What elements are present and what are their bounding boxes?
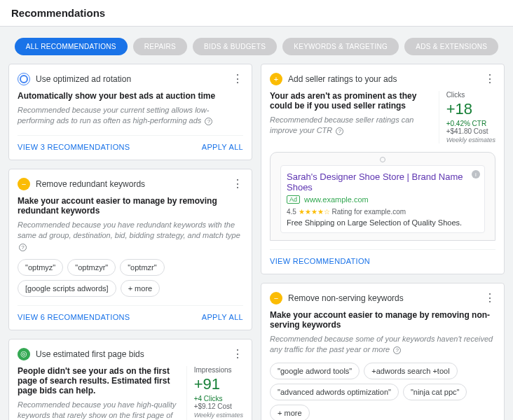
reason: Recommended because some of your keyword… xyxy=(270,334,495,356)
chip[interactable]: "optmyz" xyxy=(18,259,63,276)
card-title: Remove redundant keywords xyxy=(36,179,145,189)
stat-sub: +0.42% CTR xyxy=(446,120,495,127)
chip[interactable]: "advanced adwords optimization" xyxy=(270,384,399,400)
minus-icon: − xyxy=(270,292,282,304)
ad-url: www.example.com xyxy=(304,195,369,204)
chip-more[interactable]: + more xyxy=(121,280,160,297)
headline: People didn't see your ads on the first … xyxy=(18,366,178,396)
keyword-chips: "optmyz" "optmzyr" "optmzr" [google scri… xyxy=(18,259,243,297)
card-firstpage: ◎ Use estimated first page bids ⋮ People… xyxy=(8,339,252,420)
keyword-chips: "google adword tools" +adwords search +t… xyxy=(270,363,495,420)
stat-sub2: +$41.80 Cost xyxy=(446,127,495,135)
stat-note: Weekly estimates xyxy=(446,136,495,144)
reason: Recommended because your current setting… xyxy=(18,105,243,127)
stat-block: Impressions +91 +4 Clicks +$9.12 Cost We… xyxy=(186,366,243,420)
tab-all[interactable]: ALL RECOMMENDATIONS xyxy=(15,38,128,55)
info-icon[interactable]: i xyxy=(472,170,480,178)
cards-grid: Use optimized ad rotation ⋮ Automaticall… xyxy=(0,64,513,420)
ad-rating: 4.5 ★★★★☆ Rating for example.com xyxy=(287,208,479,216)
stat-value: +18 xyxy=(446,100,495,118)
reason: Recommended because seller ratings can i… xyxy=(270,115,430,136)
stars-icon: ★★★★☆ xyxy=(299,208,330,216)
stat-sub2: +$9.12 Cost xyxy=(194,402,243,410)
more-icon[interactable]: ⋮ xyxy=(232,178,243,190)
stat-label: Clicks xyxy=(446,91,495,99)
more-icon[interactable]: ⋮ xyxy=(232,349,243,360)
help-icon[interactable]: ? xyxy=(393,346,401,354)
headline: Make your account easier to manage by re… xyxy=(18,196,243,216)
card-title: Use estimated first page bids xyxy=(36,349,144,359)
view-link[interactable]: VIEW RECOMMENDATION xyxy=(270,257,370,265)
headline: Make your account easier to manage by re… xyxy=(270,310,495,330)
target-icon xyxy=(18,73,30,85)
view-link[interactable]: VIEW 3 RECOMMENDATIONS xyxy=(18,143,130,151)
stat-block: Clicks +18 +0.42% CTR +$41.80 Cost Weekl… xyxy=(439,91,495,144)
help-icon[interactable]: ? xyxy=(19,244,27,251)
chip[interactable]: "optmzyr" xyxy=(67,259,116,276)
chip[interactable]: "ninja cat ppc" xyxy=(403,384,467,400)
stat-note: Weekly estimates xyxy=(194,412,243,419)
help-icon[interactable]: ? xyxy=(336,127,343,135)
chip[interactable]: [google scripts adwords] xyxy=(18,280,116,297)
page-header: Recommendations xyxy=(0,0,513,27)
tab-keywords[interactable]: KEYWORDS & TARGETING xyxy=(282,38,399,55)
apply-link[interactable]: APPLY ALL xyxy=(202,313,243,321)
help-icon[interactable]: ? xyxy=(205,118,212,125)
card-nonserving: − Remove non-serving keywords ⋮ Make you… xyxy=(261,283,505,420)
more-icon[interactable]: ⋮ xyxy=(484,293,495,304)
tab-bids[interactable]: BIDS & BUDGETS xyxy=(193,38,277,55)
tab-ads[interactable]: ADS & EXTENSIONS xyxy=(404,38,498,55)
chip[interactable]: "google adword tools" xyxy=(270,363,360,379)
apply-link[interactable]: APPLY ALL xyxy=(202,143,243,151)
card-redundant: − Remove redundant keywords ⋮ Make your … xyxy=(8,169,252,330)
ad-desc: Free Shipping on Large Selection of Qual… xyxy=(287,218,479,227)
ad-title: Sarah's Designer Shoe Store | Brand Name… xyxy=(287,172,479,192)
chip[interactable]: "optmzr" xyxy=(120,259,164,276)
more-icon[interactable]: ⋮ xyxy=(484,74,495,85)
card-seller: + Add seller ratings to your ads ⋮ Your … xyxy=(261,64,505,274)
card-title: Add seller ratings to your ads xyxy=(288,74,397,84)
view-link[interactable]: VIEW 6 RECOMMENDATIONS xyxy=(18,313,130,321)
reason: Recommended because you have high-qualit… xyxy=(18,400,178,420)
right-column: + Add seller ratings to your ads ⋮ Your … xyxy=(261,64,505,420)
plus-icon: + xyxy=(270,73,282,85)
card-title: Remove non-serving keywords xyxy=(288,293,404,303)
chip-more[interactable]: + more xyxy=(270,405,310,420)
tab-bar: ALL RECOMMENDATIONS REPAIRS BIDS & BUDGE… xyxy=(0,27,513,64)
ad-box: i Sarah's Designer Shoe Store | Brand Na… xyxy=(280,165,485,233)
ad-badge: Ad xyxy=(287,195,300,204)
headline: Automatically show your best ads at auct… xyxy=(18,91,243,101)
target-icon: ◎ xyxy=(18,348,30,360)
more-icon[interactable]: ⋮ xyxy=(232,74,243,85)
card-rotation: Use optimized ad rotation ⋮ Automaticall… xyxy=(8,64,252,160)
minus-icon: − xyxy=(18,178,30,190)
card-title: Use optimized ad rotation xyxy=(36,74,131,84)
left-column: Use optimized ad rotation ⋮ Automaticall… xyxy=(8,64,252,420)
reason: Recommended because you have redundant k… xyxy=(18,220,243,252)
ad-preview: i Sarah's Designer Shoe Store | Brand Na… xyxy=(270,152,495,241)
chip[interactable]: +adwords search +tool xyxy=(364,363,457,379)
headline: Your ads aren't as prominent as they cou… xyxy=(270,91,430,111)
page-title: Recommendations xyxy=(11,7,502,19)
stat-value: +91 xyxy=(194,375,243,393)
tab-repairs[interactable]: REPAIRS xyxy=(133,38,187,55)
stat-label: Impressions xyxy=(194,366,243,374)
stat-sub: +4 Clicks xyxy=(194,395,243,402)
